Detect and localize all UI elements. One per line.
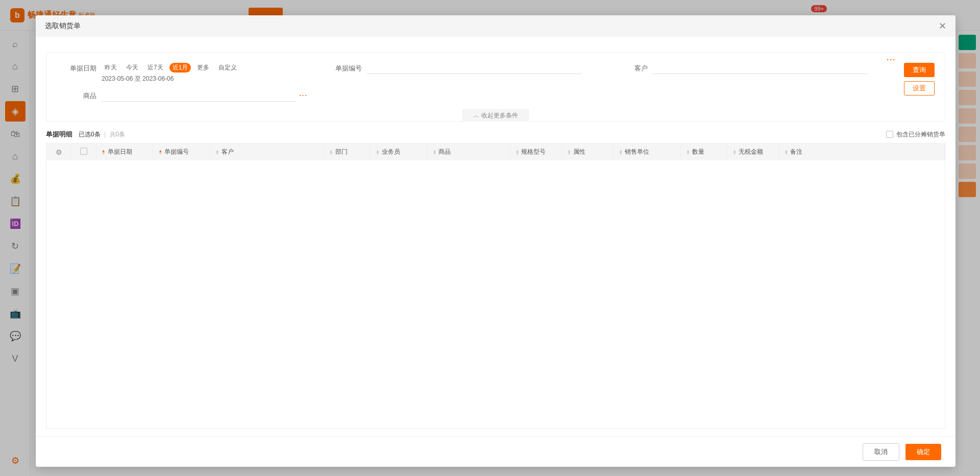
column-dept-header[interactable]: ▲▼部门 bbox=[324, 144, 370, 160]
table-header-row: ⚙ ▲▼单据日期 ▲▼单据编号 ▲▼客户 ▲▼部门 ▲▼业务员 ▲▼商品 ▲▼规… bbox=[46, 144, 945, 160]
confirm-button[interactable]: 确定 bbox=[905, 444, 941, 460]
customer-input[interactable] bbox=[653, 63, 867, 74]
filter-customer-label: 客户 bbox=[612, 63, 653, 73]
modal-header: 选取销货单 ✕ bbox=[36, 15, 955, 37]
sort-icon: ▲▼ bbox=[619, 150, 623, 155]
pill-more[interactable]: 更多 bbox=[194, 63, 212, 73]
sort-icon: ▲▼ bbox=[567, 150, 571, 155]
column-amount-header[interactable]: ▲▼无税金额 bbox=[727, 144, 779, 160]
collapse-bar: ︿ 收起更多条件 bbox=[61, 109, 930, 121]
select-all-checkbox[interactable] bbox=[80, 148, 87, 155]
filter-row-1: 单据日期 昨天 今天 近7天 近1月 更多 自定义 2023-05-06 至 bbox=[61, 63, 930, 83]
column-spec-header[interactable]: ▲▼规格型号 bbox=[510, 144, 561, 160]
column-date-header[interactable]: ▲▼单据日期 bbox=[96, 144, 153, 160]
column-unit-header[interactable]: ▲▼销售单位 bbox=[614, 144, 681, 160]
sort-icon: ▲▼ bbox=[215, 150, 219, 155]
pill-1month[interactable]: 近1月 bbox=[169, 63, 191, 73]
filter-panel-more-icon[interactable]: ··· bbox=[887, 56, 898, 64]
total-label: 共0条 bbox=[110, 131, 126, 138]
filter-date-label: 单据日期 bbox=[61, 63, 102, 73]
include-distributed-label: 包含已分摊销货单 bbox=[896, 130, 945, 139]
sort-icon: ▲▼ bbox=[432, 150, 436, 155]
include-distributed-checkbox[interactable] bbox=[886, 131, 893, 138]
filter-date: 单据日期 昨天 今天 近7天 近1月 更多 自定义 2023-05-06 至 bbox=[61, 63, 296, 83]
detail-title: 单据明细 bbox=[46, 130, 72, 139]
count-sep: | bbox=[104, 131, 106, 138]
sort-icon: ▲▼ bbox=[686, 150, 690, 155]
column-customer-header[interactable]: ▲▼客户 bbox=[210, 144, 324, 160]
settings-button[interactable]: 设置 bbox=[904, 81, 935, 96]
column-settings-header[interactable]: ⚙ bbox=[46, 144, 71, 160]
pill-7days[interactable]: 近7天 bbox=[144, 63, 166, 73]
filter-product: 商品 ··· bbox=[61, 90, 296, 102]
column-docno-header[interactable]: ▲▼单据编号 bbox=[153, 144, 210, 160]
select-sales-order-modal: 选取销货单 ✕ ··· 查询 设置 单据日期 昨天 今天 近7天 bbox=[36, 15, 955, 467]
detail-header: 单据明细 已选0条 | 共0条 包含已分摊销货单 bbox=[46, 130, 945, 139]
sort-icon: ▲▼ bbox=[376, 150, 380, 155]
pill-yesterday[interactable]: 昨天 bbox=[102, 63, 120, 73]
selected-label: 已选0条 bbox=[79, 131, 101, 138]
modal-footer: 取消 确定 bbox=[36, 436, 955, 467]
modal-body: ··· 查询 设置 单据日期 昨天 今天 近7天 近1月 更多 自定义 bbox=[36, 37, 955, 436]
docno-input[interactable] bbox=[367, 63, 581, 74]
column-checkbox-header[interactable] bbox=[71, 144, 96, 160]
filter-panel: ··· 查询 设置 单据日期 昨天 今天 近7天 近1月 更多 自定义 bbox=[46, 52, 945, 122]
chevron-up-icon: ︿ bbox=[473, 112, 481, 119]
close-button[interactable]: ✕ bbox=[939, 20, 946, 32]
horizontal-scrollbar[interactable] bbox=[46, 429, 945, 436]
filter-product-label: 商品 bbox=[61, 90, 102, 101]
table-container: ⚙ ▲▼单据日期 ▲▼单据编号 ▲▼客户 ▲▼部门 ▲▼业务员 ▲▼商品 ▲▼规… bbox=[46, 143, 945, 429]
sort-icon: ▲▼ bbox=[516, 150, 520, 155]
date-to-sep: 至 bbox=[135, 75, 141, 82]
sort-icon: ▲▼ bbox=[102, 150, 106, 155]
pill-custom[interactable]: 自定义 bbox=[215, 63, 240, 73]
column-attr-header[interactable]: ▲▼属性 bbox=[561, 144, 613, 160]
filter-docno: 单据编号 bbox=[326, 63, 581, 83]
sort-icon: ▲▼ bbox=[785, 150, 789, 155]
sort-icon: ▲▼ bbox=[732, 150, 737, 155]
date-to: 2023-06-06 bbox=[142, 75, 174, 82]
column-remark-header[interactable]: ▲▼备注 bbox=[779, 144, 944, 160]
column-salesman-header[interactable]: ▲▼业务员 bbox=[370, 144, 427, 160]
cancel-button[interactable]: 取消 bbox=[863, 443, 899, 461]
pill-today[interactable]: 今天 bbox=[123, 63, 141, 73]
selected-count: 已选0条 | 共0条 bbox=[79, 130, 125, 139]
date-pill-group: 昨天 今天 近7天 近1月 更多 自定义 bbox=[102, 63, 296, 73]
filter-docno-label: 单据编号 bbox=[326, 63, 367, 73]
sort-icon: ▲▼ bbox=[158, 150, 162, 155]
product-more-icon[interactable]: ··· bbox=[299, 91, 308, 99]
column-qty-header[interactable]: ▲▼数量 bbox=[681, 144, 727, 160]
collapse-more-button[interactable]: ︿ 收起更多条件 bbox=[462, 109, 528, 122]
sales-order-table: ⚙ ▲▼单据日期 ▲▼单据编号 ▲▼客户 ▲▼部门 ▲▼业务员 ▲▼商品 ▲▼规… bbox=[46, 144, 945, 160]
date-from: 2023-05-06 bbox=[102, 75, 133, 82]
query-button[interactable]: 查询 bbox=[904, 63, 935, 77]
collapse-label: 收起更多条件 bbox=[481, 112, 518, 119]
filter-buttons: 查询 设置 bbox=[904, 63, 935, 96]
gear-icon: ⚙ bbox=[56, 148, 62, 156]
filter-row-2: 商品 ··· bbox=[61, 90, 930, 102]
column-product-header[interactable]: ▲▼商品 bbox=[427, 144, 510, 160]
detail-right: 包含已分摊销货单 bbox=[886, 130, 945, 139]
product-input[interactable] bbox=[102, 90, 296, 102]
date-range-display: 2023-05-06 至 2023-06-06 bbox=[102, 75, 296, 83]
close-icon: ✕ bbox=[939, 21, 946, 31]
filter-customer: 客户 bbox=[612, 63, 867, 83]
modal-title: 选取销货单 bbox=[45, 21, 81, 31]
sort-icon: ▲▼ bbox=[329, 150, 333, 155]
